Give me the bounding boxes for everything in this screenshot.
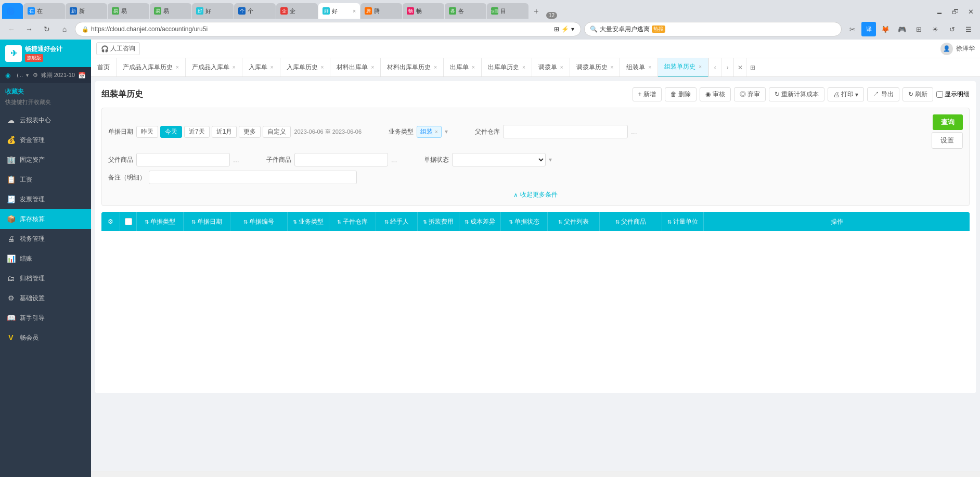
delete-button[interactable]: 🗑 删除 [665, 87, 697, 101]
browser-tab-7[interactable]: 企 企 [276, 3, 318, 19]
tab-close-icon[interactable]: × [699, 64, 702, 70]
sidebar-item-archive[interactable]: 🗂 归档管理 [0, 268, 91, 288]
tab-out-hist[interactable]: 出库单历史 × [482, 58, 532, 77]
tab-close-icon[interactable]: × [371, 65, 374, 70]
back-button[interactable]: ← [4, 22, 19, 36]
browser-tab-2[interactable]: 新 新 [66, 3, 107, 19]
show-detail-checkbox[interactable]: 显示明细 [936, 90, 970, 99]
bill-status-select[interactable] [452, 153, 546, 166]
new-button[interactable]: + 新增 [633, 87, 662, 101]
reload-button[interactable]: ↻ [40, 22, 54, 36]
child-goods-dots[interactable]: ... [391, 156, 397, 164]
browser-tab-logo[interactable]: 🌀 [2, 3, 23, 19]
browser-tab-10[interactable]: 畅 畅 [403, 3, 444, 19]
dropdown-icon[interactable]: ▾ [571, 25, 574, 33]
translate-icon[interactable]: 译 [861, 22, 876, 36]
th-handler[interactable]: 经手人 [376, 212, 418, 231]
sidebar-item-report[interactable]: ☁ 云报表中心 [0, 110, 91, 130]
th-sub-wh[interactable]: 子件仓库 [329, 212, 376, 231]
th-bill-type[interactable]: 单据类型 [137, 212, 184, 231]
sidebar-item-tax[interactable]: 🖨 税务管理 [0, 229, 91, 249]
sidebar-item-inventory[interactable]: 📦 库存核算 [0, 209, 91, 229]
tab-home[interactable]: 首页 [91, 58, 117, 77]
sidebar-item-asset[interactable]: 🏢 固定资产 [0, 150, 91, 170]
new-tab-button[interactable]: + [529, 4, 544, 19]
url-bar[interactable]: 🔒 https://cloud.chanjet.com/accounting/u… [75, 22, 581, 36]
refresh-button[interactable]: ↻ 刷新 [902, 87, 933, 101]
audit-button[interactable]: ◉ 审核 [700, 87, 730, 101]
browser-tab-8[interactable]: 好 好 × [318, 3, 360, 19]
cut-icon[interactable]: ✂ [845, 22, 859, 36]
th-parent-goods[interactable]: 父件商品 [600, 212, 662, 231]
browser-tab-9[interactable]: 腾 腾 [360, 3, 402, 19]
browser-tab-12[interactable]: S目 目 [487, 3, 528, 19]
account-selector[interactable]: ◉ （勿删勿禁用）江西服宝测试专用 ▾ ⚙ 账期 2021-10 📅 [0, 67, 91, 83]
game-icon[interactable]: 🎮 [895, 22, 909, 36]
browser-tab-11[interactable]: 各 各 [445, 3, 486, 19]
browser-maximize[interactable]: 🗗 [948, 4, 962, 19]
th-biz-type[interactable]: 业务类型 [288, 212, 329, 231]
tab-close-icon[interactable]: × [233, 65, 236, 70]
filter-settings-button[interactable]: 设置 [932, 132, 963, 149]
tab-in-order[interactable]: 入库单 × [242, 58, 280, 77]
browser-tab-4[interactable]: 易 易 [150, 3, 191, 19]
tab-close-icon[interactable]: × [560, 65, 563, 70]
recalc-button[interactable]: ↻ 重新计算成本 [769, 87, 824, 101]
more-btn[interactable]: 更多 [239, 126, 261, 138]
child-goods-input[interactable] [294, 153, 388, 166]
tab-close-all[interactable]: ✕ [733, 58, 746, 77]
tab-mat-out-hist[interactable]: 材料出库单历史 × [381, 58, 444, 77]
th-bill-date[interactable]: 单据日期 [184, 212, 230, 231]
tab-prod-in[interactable]: 产成品入库单 × [186, 58, 242, 77]
parent-goods-dots[interactable]: ... [233, 156, 239, 164]
search-bar[interactable]: 🔍 大量安卓用户逃离 热搜 [584, 22, 842, 36]
tab-mat-out[interactable]: 材料出库单 × [330, 58, 381, 77]
print-button[interactable]: 🖨 打印 ▾ [828, 87, 864, 101]
7days-btn[interactable]: 近7天 [184, 126, 210, 138]
print-dropdown[interactable]: ▾ [855, 91, 858, 98]
bill-status-dropdown[interactable]: ▾ [549, 156, 552, 163]
browser-tab-1[interactable]: 在 在 [23, 3, 65, 19]
yesterday-btn[interactable]: 昨天 [136, 126, 158, 138]
bottom-scrollbar[interactable] [91, 471, 980, 477]
tab-assemble-hist[interactable]: 组装单历史 × [658, 58, 708, 77]
show-detail-input[interactable] [936, 91, 943, 98]
today-btn[interactable]: 今天 [160, 126, 182, 138]
biz-type-dropdown[interactable]: ▾ [445, 128, 448, 135]
browser-tab-6[interactable]: 个 个 [234, 3, 276, 19]
query-button[interactable]: 查询 [933, 114, 963, 130]
sidebar-item-vip[interactable]: V 畅会员 [0, 328, 91, 347]
tab-in-hist[interactable]: 入库单历史 × [280, 58, 331, 77]
export-button[interactable]: ↗ 导出 [867, 87, 899, 101]
custom-btn[interactable]: 自定义 [263, 126, 291, 138]
tab-out-order[interactable]: 出库单 × [444, 58, 482, 77]
sidebar-item-settlement[interactable]: 📊 结账 [0, 249, 91, 268]
parent-wh-dots[interactable]: ... [631, 127, 637, 136]
fox-icon[interactable]: 🦊 [878, 22, 893, 36]
th-parent-list[interactable]: 父件列表 [548, 212, 600, 231]
biz-type-tag-close[interactable]: × [435, 129, 438, 135]
home-button[interactable]: ⌂ [57, 22, 72, 36]
th-bill-no[interactable]: 单据编号 [230, 212, 288, 231]
th-cost-diff[interactable]: 成本差异 [459, 212, 501, 231]
tab-adjust-hist[interactable]: 调拨单历史 × [570, 58, 621, 77]
sidebar-item-fund[interactable]: 💰 资金管理 [0, 130, 91, 150]
tab-more[interactable]: ⊞ [746, 58, 758, 77]
collapse-button[interactable]: ∧ 收起更多条件 [513, 190, 558, 199]
sidebar-item-guide[interactable]: 📖 新手引导 [0, 308, 91, 328]
th-settings[interactable]: ⚙ [101, 212, 120, 231]
menu-icon[interactable]: ☰ [961, 22, 976, 36]
favorites-shortcut[interactable]: 快捷键打开收藏夹 [5, 98, 86, 106]
parent-goods-input[interactable] [136, 153, 230, 166]
parent-wh-input[interactable] [503, 125, 628, 138]
tab-close-icon[interactable]: × [434, 65, 437, 70]
th-bill-status[interactable]: 单据状态 [501, 212, 548, 231]
1month-btn[interactable]: 近1月 [212, 126, 237, 138]
tab-close-icon[interactable]: × [611, 65, 614, 70]
tab-close-icon[interactable]: × [522, 65, 525, 70]
sidebar-item-settings[interactable]: ⚙ 基础设置 [0, 288, 91, 308]
tab-adjust[interactable]: 调拨单 × [532, 58, 570, 77]
tab-scroll-right[interactable]: › [721, 58, 733, 77]
service-button[interactable]: 🎧 人工咨询 [96, 42, 140, 55]
browser-tab-5[interactable]: 好 好 [192, 3, 234, 19]
